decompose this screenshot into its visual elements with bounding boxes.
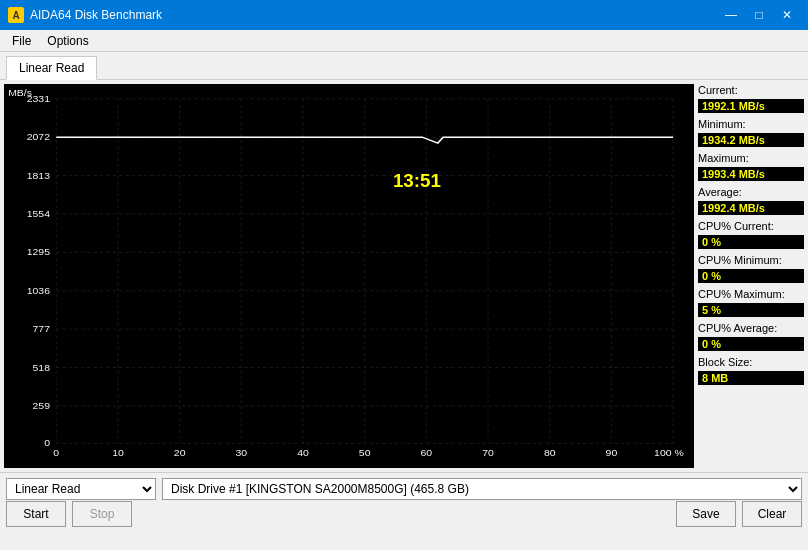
x-label-0: 0 — [53, 447, 59, 458]
current-label: Current: — [698, 84, 804, 96]
chart-svg: MB/s — [4, 84, 694, 468]
y-label-0: 0 — [44, 438, 50, 449]
y-label-1295: 1295 — [27, 247, 51, 258]
y-label-1554: 1554 — [27, 208, 51, 219]
x-label-10: 10 — [112, 447, 124, 458]
file-menu[interactable]: File — [4, 32, 39, 50]
block-size-value: 8 MB — [698, 371, 804, 385]
main-content: MB/s — [0, 80, 808, 472]
menu-bar: File Options — [0, 30, 808, 52]
cpu-maximum-value: 5 % — [698, 303, 804, 317]
cpu-current-value: 0 % — [698, 235, 804, 249]
minimize-button[interactable]: — — [718, 5, 744, 25]
title-bar: A AIDA64 Disk Benchmark — □ ✕ — [0, 0, 808, 30]
test-select[interactable]: Linear Read Linear Write Random Read Ran… — [6, 478, 156, 500]
average-value: 1992.4 MB/s — [698, 201, 804, 215]
start-button[interactable]: Start — [6, 501, 66, 527]
maximum-label: Maximum: — [698, 152, 804, 164]
minimum-label: Minimum: — [698, 118, 804, 130]
save-button[interactable]: Save — [676, 501, 736, 527]
x-label-50: 50 — [359, 447, 371, 458]
app-icon: A — [8, 7, 24, 23]
disk-select[interactable]: Disk Drive #1 [KINGSTON SA2000M8500G] (4… — [162, 478, 802, 500]
block-size-label: Block Size: — [698, 356, 804, 368]
bottom-row2: Start Stop Save Clear — [6, 501, 802, 527]
right-panel: Current: 1992.1 MB/s Minimum: 1934.2 MB/… — [698, 80, 808, 472]
maximize-button[interactable]: □ — [746, 5, 772, 25]
bottom-row1: Linear Read Linear Write Random Read Ran… — [6, 478, 802, 500]
y-label-259: 259 — [33, 400, 51, 411]
cpu-average-value: 0 % — [698, 337, 804, 351]
average-label: Average: — [698, 186, 804, 198]
bottom-controls: Linear Read Linear Write Random Read Ran… — [0, 472, 808, 532]
cpu-minimum-label: CPU% Minimum: — [698, 254, 804, 266]
time-display: 13:51 — [393, 171, 441, 191]
chart-area: MB/s — [4, 84, 694, 468]
x-label-40: 40 — [297, 447, 309, 458]
tab-linear-read[interactable]: Linear Read — [6, 56, 97, 80]
y-label-2331: 2331 — [27, 93, 51, 104]
x-label-60: 60 — [421, 447, 433, 458]
close-button[interactable]: ✕ — [774, 5, 800, 25]
stop-button[interactable]: Stop — [72, 501, 132, 527]
y-label-1036: 1036 — [27, 285, 51, 296]
x-label-30: 30 — [236, 447, 248, 458]
minimum-value: 1934.2 MB/s — [698, 133, 804, 147]
clear-button[interactable]: Clear — [742, 501, 802, 527]
x-label-90: 90 — [606, 447, 618, 458]
x-label-100: 100 % — [654, 447, 684, 458]
x-label-20: 20 — [174, 447, 186, 458]
x-label-70: 70 — [482, 447, 494, 458]
y-label-777: 777 — [33, 323, 51, 334]
cpu-average-label: CPU% Average: — [698, 322, 804, 334]
x-label-80: 80 — [544, 447, 556, 458]
y-label-1813: 1813 — [27, 170, 51, 181]
current-value: 1992.1 MB/s — [698, 99, 804, 113]
options-menu[interactable]: Options — [39, 32, 96, 50]
cpu-minimum-value: 0 % — [698, 269, 804, 283]
window-controls: — □ ✕ — [718, 5, 800, 25]
window-title: AIDA64 Disk Benchmark — [30, 8, 162, 22]
cpu-maximum-label: CPU% Maximum: — [698, 288, 804, 300]
svg-rect-0 — [4, 84, 694, 468]
tab-bar: Linear Read — [0, 52, 808, 80]
y-label-2072: 2072 — [27, 131, 51, 142]
maximum-value: 1993.4 MB/s — [698, 167, 804, 181]
y-label-518: 518 — [33, 362, 51, 373]
cpu-current-label: CPU% Current: — [698, 220, 804, 232]
